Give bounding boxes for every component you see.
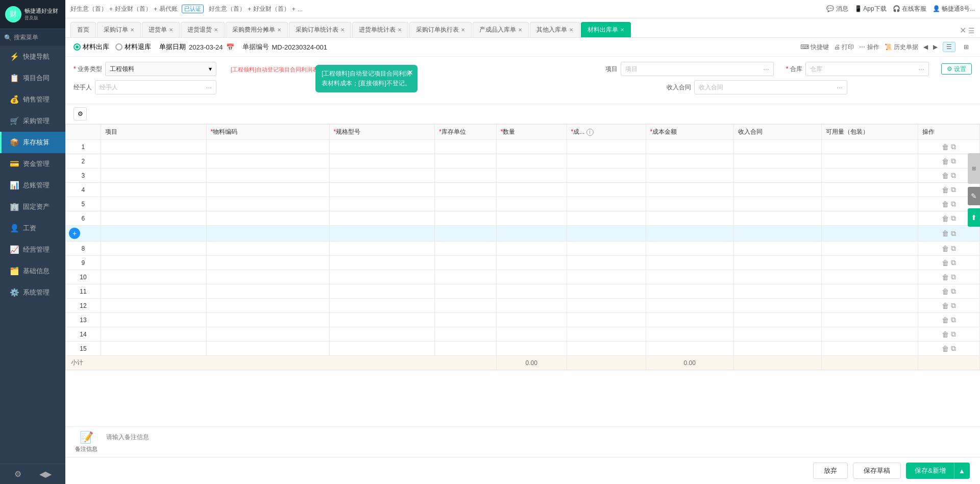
- cell-cost[interactable]: [567, 197, 646, 211]
- cell-material[interactable]: [206, 183, 329, 197]
- tooltip-close[interactable]: ✕: [407, 67, 413, 78]
- cell-available[interactable]: [821, 140, 918, 154]
- cell-unit[interactable]: [435, 154, 497, 168]
- tab-close[interactable]: ✕: [518, 27, 522, 33]
- note-input[interactable]: [104, 431, 972, 451]
- tab-close[interactable]: ✕: [398, 27, 402, 33]
- right-float-btn-2[interactable]: ✎: [968, 187, 980, 205]
- copy-row-btn[interactable]: ⧉: [951, 344, 956, 353]
- cell-qty[interactable]: [496, 140, 567, 154]
- sidebar-item-purchase[interactable]: 🛒 采购管理: [0, 110, 65, 132]
- delete-row-btn[interactable]: 🗑: [942, 186, 949, 194]
- save-draft-btn[interactable]: 保存草稿: [853, 463, 901, 479]
- cell-income[interactable]: [733, 140, 821, 154]
- settings-btn[interactable]: ⚙ 设置: [941, 63, 972, 75]
- cell-qty[interactable]: [496, 197, 567, 211]
- delete-row-btn[interactable]: 🗑: [942, 172, 949, 180]
- cell-project[interactable]: [101, 211, 206, 226]
- sidebar-item-operations[interactable]: 📈 经营管理: [0, 239, 65, 260]
- sidebar-item-shortcut[interactable]: ⚡ 快捷导航: [0, 46, 65, 67]
- cost-info-icon[interactable]: i: [586, 129, 594, 136]
- cell-available[interactable]: [821, 168, 918, 183]
- shortcut-key-btn[interactable]: ⌨ 快捷键: [800, 43, 829, 52]
- tab-close[interactable]: ✕: [620, 27, 624, 33]
- tab-close[interactable]: ✕: [569, 27, 573, 33]
- project-input[interactable]: 项目 ···: [621, 62, 774, 76]
- copy-row-btn[interactable]: ⧉: [951, 258, 956, 267]
- radio-material-out[interactable]: 材料出库: [74, 42, 109, 52]
- tab-close[interactable]: ✕: [277, 27, 281, 33]
- date-value[interactable]: 2023-03-24: [189, 43, 223, 51]
- cell-cost[interactable]: [567, 140, 646, 154]
- delete-row-btn[interactable]: 🗑: [942, 259, 949, 267]
- message-btn[interactable]: 💬 消息: [826, 5, 848, 13]
- delete-row-btn[interactable]: 🗑: [942, 245, 949, 253]
- tab-close[interactable]: ✕: [169, 27, 173, 33]
- cell-material[interactable]: [206, 197, 329, 211]
- copy-row-btn[interactable]: ⧉: [951, 142, 956, 151]
- cell-income[interactable]: [733, 168, 821, 183]
- copy-row-btn[interactable]: ⧉: [951, 287, 956, 296]
- save-new-arrow-btn[interactable]: ▲: [954, 463, 970, 479]
- add-cell-1[interactable]: [101, 226, 206, 241]
- radio-material-return[interactable]: 材料退库: [115, 42, 151, 52]
- tab-inbound-return[interactable]: 进货退货 ✕: [181, 22, 225, 37]
- delete-row-btn[interactable]: 🗑: [942, 345, 949, 353]
- copy-row-btn[interactable]: ⧉: [951, 316, 956, 324]
- cell-qty[interactable]: [496, 211, 567, 226]
- tab-inbound[interactable]: 进货单 ✕: [142, 22, 180, 37]
- delete-row-btn[interactable]: 🗑: [942, 287, 949, 296]
- history-btn[interactable]: 📜 历史单据: [885, 43, 918, 52]
- add-row-btn[interactable]: +: [69, 228, 80, 239]
- cell-income[interactable]: [733, 197, 821, 211]
- cell-spec[interactable]: [329, 154, 435, 168]
- tab-close[interactable]: ✕: [130, 27, 134, 33]
- handler-input[interactable]: 经手人 ···: [95, 80, 216, 94]
- copy-row-btn[interactable]: ⧉: [951, 229, 956, 238]
- add-cell-4[interactable]: [435, 226, 497, 241]
- print-btn[interactable]: 🖨 打印: [834, 43, 854, 52]
- income-contract-search-icon[interactable]: ···: [837, 83, 843, 91]
- cell-unit[interactable]: [435, 197, 497, 211]
- right-float-btn-3[interactable]: ⬆: [968, 208, 980, 227]
- cell-project[interactable]: [101, 197, 206, 211]
- cell-spec[interactable]: [329, 183, 435, 197]
- cell-project[interactable]: [101, 168, 206, 183]
- cell-unit[interactable]: [435, 140, 497, 154]
- cell-qty[interactable]: [496, 168, 567, 183]
- cell-income[interactable]: [733, 211, 821, 226]
- user-avatar[interactable]: 👤 畅捷通8号...: [933, 5, 975, 13]
- tab-close[interactable]: ✕: [340, 27, 345, 33]
- delete-row-btn[interactable]: 🗑: [942, 273, 949, 281]
- delete-row-btn[interactable]: 🗑: [942, 330, 949, 338]
- cell-spec[interactable]: [329, 197, 435, 211]
- cell-cost[interactable]: [567, 154, 646, 168]
- delete-row-btn[interactable]: 🗑: [942, 214, 949, 223]
- add-cell-6[interactable]: [567, 226, 646, 241]
- online-service-btn[interactable]: 🎧 在线客服: [893, 5, 926, 13]
- warehouse-input[interactable]: 仓库 ···: [805, 62, 929, 76]
- operations-btn[interactable]: ⋯ 操作: [859, 43, 879, 52]
- sidebar-item-inventory[interactable]: 📦 库存核算: [0, 132, 65, 153]
- sidebar-search[interactable]: 🔍 搜索菜单: [0, 29, 65, 46]
- breadcrumb-good-biz2[interactable]: 好生意（首）: [209, 5, 246, 13]
- collapse-btn[interactable]: ◀▶: [39, 469, 52, 479]
- tab-purchase-exec[interactable]: 采购订单执行表 ✕: [409, 22, 472, 37]
- delete-row-btn[interactable]: 🗑: [942, 143, 949, 151]
- cell-cost[interactable]: [567, 211, 646, 226]
- cell-qty[interactable]: [496, 183, 567, 197]
- right-float-btn-1[interactable]: ⊞: [968, 153, 980, 184]
- breadcrumb-more[interactable]: ...: [298, 6, 303, 13]
- cell-unit[interactable]: [435, 183, 497, 197]
- sidebar-item-assets[interactable]: 🏢 固定资产: [0, 196, 65, 217]
- delete-row-btn[interactable]: 🗑: [942, 316, 949, 324]
- cell-available[interactable]: [821, 183, 918, 197]
- settings-btn[interactable]: ⚙: [14, 469, 21, 479]
- next-btn[interactable]: ▶: [933, 43, 938, 51]
- add-cell-3[interactable]: [329, 226, 435, 241]
- cell-cost-amt[interactable]: [646, 168, 733, 183]
- tab-product-instock[interactable]: 产成品入库单 ✕: [473, 22, 529, 37]
- project-search-icon[interactable]: ···: [763, 65, 769, 73]
- cell-material[interactable]: [206, 154, 329, 168]
- calendar-icon[interactable]: 📅: [226, 43, 234, 51]
